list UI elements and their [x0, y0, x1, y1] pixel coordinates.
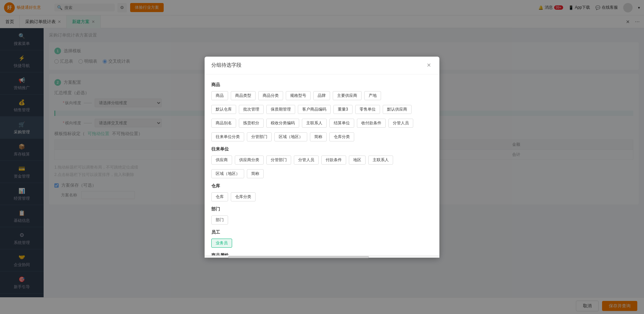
field-tag-pick-score[interactable]: 拣货积分 [239, 119, 264, 128]
field-tag-product-type[interactable]: 商品类型 [231, 91, 256, 100]
section-title-warehouse: 仓库 [211, 183, 433, 189]
field-tag-manager[interactable]: 分管人员 [388, 119, 413, 128]
field-tag-wh-category[interactable]: 仓库分类 [329, 132, 354, 141]
field-tag-payment-terms[interactable]: 收付款条件 [357, 119, 386, 128]
section-title-product-attr: 商品属性 [211, 252, 433, 255]
product-field-tags-4: 往来单位分类 分管部门 区域（地区） 简称 仓库分类 [211, 132, 433, 141]
section-title-employee: 员工 [211, 229, 433, 235]
modal-header: 分组待选字段 ✕ [205, 57, 439, 74]
modal-title: 分组待选字段 [211, 62, 241, 68]
employee-field-tags: 业务员 [211, 239, 433, 248]
field-tag-region[interactable]: 区域（地区） [274, 132, 307, 141]
field-tag-expiry[interactable]: 保质期管理 [266, 105, 295, 114]
product-field-tags: 商品 商品类型 商品分类 规格型号 品牌 主要供应商 产地 [211, 91, 433, 100]
scrollbar-thumb [228, 256, 369, 258]
field-tag-dept-in-charge[interactable]: 分管部门 [247, 132, 272, 141]
section-title-partner: 往来单位 [211, 146, 433, 152]
modal-dialog: 分组待选字段 ✕ 商品 商品 商品类型 商品分类 规格型号 品牌 主要供应商 产… [205, 57, 439, 258]
section-title-department: 部门 [211, 206, 433, 212]
field-tag-supplier[interactable]: 供应商 [211, 155, 232, 165]
field-tag-dept-manager2[interactable]: 分管人员 [294, 155, 319, 165]
field-tag-main-contact[interactable]: 主联系人 [302, 119, 327, 128]
field-tag-customer-code[interactable]: 客户商品编码 [298, 105, 331, 114]
product-field-tags-2: 默认仓库 批次管理 保质期管理 客户商品编码 重量3 零售单位 默认供应商 [211, 105, 433, 114]
field-tag-main-supplier[interactable]: 主要供应商 [333, 91, 362, 100]
field-tag-product[interactable]: 商品 [211, 91, 228, 100]
field-tag-salesperson[interactable]: 业务员 [211, 239, 232, 248]
field-tag-wh[interactable]: 仓库 [211, 192, 228, 201]
partner-field-tags-2: 区域（地区） 简称 [211, 169, 433, 178]
field-tag-brand[interactable]: 品牌 [313, 91, 330, 100]
modal-body[interactable]: 商品 商品 商品类型 商品分类 规格型号 品牌 主要供应商 产地 默认仓库 批次… [205, 74, 439, 255]
field-tag-weight3[interactable]: 重量3 [333, 105, 353, 114]
product-field-tags-3: 商品别名 拣货积分 税收分类编码 主联系人 结算单位 收付款条件 分管人员 [211, 119, 433, 128]
modal-horizontal-scrollbar[interactable] [205, 255, 439, 258]
field-tag-contact2[interactable]: 主联系人 [368, 155, 393, 165]
field-tag-default-wh[interactable]: 默认仓库 [211, 105, 236, 114]
field-tag-default-supplier[interactable]: 默认供应商 [383, 105, 412, 114]
modal-close-btn[interactable]: ✕ [425, 61, 433, 69]
warehouse-field-tags: 仓库 仓库分类 [211, 192, 433, 201]
field-tag-payment-cond[interactable]: 付款条件 [321, 155, 346, 165]
field-tag-region2[interactable]: 区域（地区） [211, 169, 244, 178]
field-tag-spec-type[interactable]: 规格型号 [286, 91, 311, 100]
dept-field-tags: 部门 [211, 215, 433, 225]
field-tag-retail-unit[interactable]: 零售单位 [355, 105, 380, 114]
field-tag-short-name2[interactable]: 简称 [247, 169, 264, 178]
field-tag-product-category[interactable]: 商品分类 [258, 91, 283, 100]
field-tag-alias[interactable]: 商品别名 [211, 119, 236, 128]
field-tag-area[interactable]: 地区 [349, 155, 366, 165]
field-tag-unit-category[interactable]: 往来单位分类 [211, 132, 244, 141]
field-tag-supplier-category[interactable]: 供应商分类 [235, 155, 264, 165]
partner-field-tags-1: 供应商 供应商分类 分管部门 分管人员 付款条件 地区 主联系人 [211, 155, 433, 165]
field-tag-dept-field[interactable]: 部门 [211, 215, 228, 225]
field-tag-settle-unit[interactable]: 结算单位 [329, 119, 354, 128]
modal-overlay: 分组待选字段 ✕ 商品 商品 商品类型 商品分类 规格型号 品牌 主要供应商 产… [0, 0, 644, 314]
section-title-product: 商品 [211, 82, 433, 88]
field-tag-origin[interactable]: 产地 [364, 91, 381, 100]
field-tag-batch[interactable]: 批次管理 [239, 105, 264, 114]
field-tag-dept2[interactable]: 分管部门 [266, 155, 291, 165]
field-tag-tax-code[interactable]: 税收分类编码 [266, 119, 299, 128]
field-tag-wh-cat[interactable]: 仓库分类 [231, 192, 256, 201]
field-tag-short-name[interactable]: 简称 [310, 132, 327, 141]
